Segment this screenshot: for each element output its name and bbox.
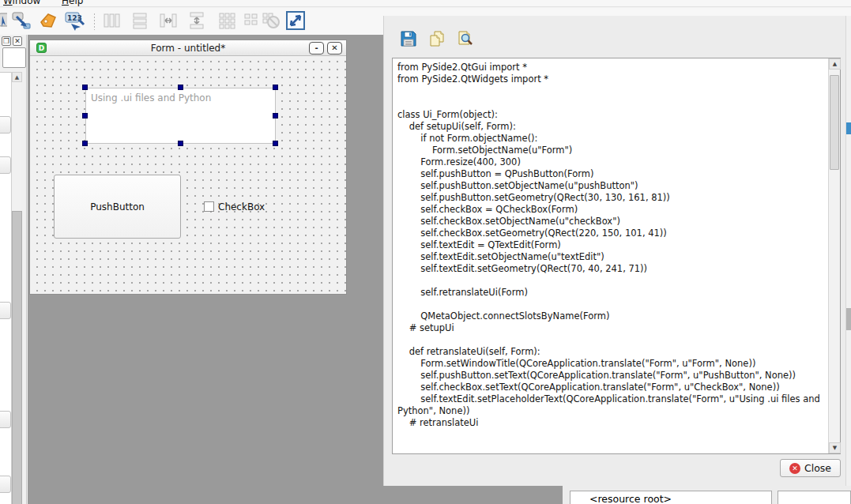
dock-float-icon[interactable]: ❐ xyxy=(2,36,11,46)
scrollbar-fragment xyxy=(846,308,851,330)
selection-handle[interactable] xyxy=(82,85,88,90)
form-layout-icon xyxy=(241,11,260,30)
widget-box-scrollbar[interactable]: ▲ xyxy=(11,72,21,504)
toolbar-separator xyxy=(93,13,96,30)
layout-form-icon[interactable] xyxy=(240,10,261,31)
checkbox-indicator[interactable] xyxy=(204,201,214,212)
widget-box-category[interactable] xyxy=(0,302,11,319)
scroll-up-icon[interactable]: ▲ xyxy=(829,58,841,70)
layout-vertically-icon[interactable] xyxy=(130,10,150,31)
close-button-label: Close xyxy=(804,462,831,474)
edit-tab-order-icon[interactable]: 123 xyxy=(65,10,85,31)
splitter-vertical-icon xyxy=(187,11,206,30)
selection-handle[interactable] xyxy=(273,141,278,146)
break-layout-prohibit-icon xyxy=(262,11,281,30)
edit-widgets-icon[interactable] xyxy=(0,10,8,31)
bottom-dock-strip: <resource root> xyxy=(563,486,851,504)
rows-icon xyxy=(130,11,149,30)
layout-horizontally-icon[interactable] xyxy=(101,10,122,31)
selection-handle[interactable] xyxy=(273,85,278,90)
code-preview-dialog: from PySide2.QtGui import * from PySide2… xyxy=(383,16,845,486)
scroll-up-icon[interactable]: ▲ xyxy=(12,72,22,82)
buddy-tag-icon xyxy=(39,11,58,30)
adjust-size-icon[interactable] xyxy=(285,10,306,31)
scroll-down-icon[interactable]: ▼ xyxy=(829,442,841,453)
minimize-button[interactable]: - xyxy=(309,42,324,55)
copy-button[interactable] xyxy=(427,28,447,49)
widget-box-list xyxy=(0,72,11,504)
edit-signals-slots-icon[interactable] xyxy=(11,10,32,31)
save-button[interactable] xyxy=(398,28,419,49)
widget-box-dock: ❐ ✕ ▲ xyxy=(0,35,27,504)
splitter-horizontal-icon xyxy=(159,11,178,30)
close-window-button[interactable]: ✕ xyxy=(327,42,342,55)
code-view[interactable]: from PySide2.QtGui import * from PySide2… xyxy=(392,58,841,454)
background-panel-sliver xyxy=(845,16,851,486)
widget-filter-input[interactable] xyxy=(2,47,26,68)
code-dialog-toolbar xyxy=(398,28,476,49)
pushbutton-label: PushButton xyxy=(90,201,145,213)
resource-tree-panel[interactable]: <resource root> xyxy=(570,491,772,504)
code-scrollbar[interactable]: ▲ ▼ xyxy=(828,58,840,453)
layout-horizontal-splitter-icon[interactable] xyxy=(158,10,179,31)
generated-python-code[interactable]: from PySide2.QtGui import * from PySide2… xyxy=(393,58,828,453)
form-window-title: Form - untitled* xyxy=(30,43,346,54)
find-button[interactable] xyxy=(455,28,476,49)
columns-icon xyxy=(102,11,121,30)
resize-diagonal-icon xyxy=(285,10,306,31)
resource-side-panel[interactable] xyxy=(778,491,851,504)
checkbox-widget[interactable]: CheckBox xyxy=(204,190,284,223)
selected-row-fragment xyxy=(846,122,851,134)
widget-box-category[interactable] xyxy=(0,156,11,174)
menu-bar: WWindowindow Help xyxy=(0,0,851,7)
layout-vertical-splitter-icon[interactable] xyxy=(186,10,207,31)
grid-icon xyxy=(217,11,236,30)
resource-root-item[interactable]: <resource root> xyxy=(589,493,672,504)
widget-box-category[interactable] xyxy=(0,476,11,493)
widget-box-category[interactable] xyxy=(0,116,11,134)
layout-grid-icon[interactable] xyxy=(217,10,237,31)
scrollbar-thumb[interactable] xyxy=(830,75,839,170)
close-button[interactable]: ✕ Close xyxy=(780,459,841,477)
cursor-icon xyxy=(0,11,7,30)
menu-window[interactable]: WWindowindow xyxy=(3,0,40,6)
textedit-widget[interactable]: Using .ui files and Python xyxy=(85,88,276,144)
selection-handle[interactable] xyxy=(82,141,88,146)
selection-handle[interactable] xyxy=(82,113,88,118)
find-icon xyxy=(457,30,474,47)
selection-handle[interactable] xyxy=(178,85,183,90)
form-editor-window: Form - untitled* D - ✕ Using .ui files a… xyxy=(29,39,347,295)
form-canvas[interactable]: Using .ui files and Python PushButton Ch… xyxy=(30,56,346,294)
edit-buddies-icon[interactable] xyxy=(38,10,58,31)
form-window-titlebar[interactable]: Form - untitled* D - ✕ xyxy=(30,40,346,56)
scrollbar-thumb[interactable] xyxy=(12,211,22,504)
menu-help[interactable]: Help xyxy=(62,0,83,6)
textedit-placeholder: Using .ui files and Python xyxy=(86,88,275,107)
break-layout-icon[interactable] xyxy=(261,10,281,31)
close-red-icon: ✕ xyxy=(789,463,800,474)
tab-order-123-icon: 123 xyxy=(65,10,85,31)
save-icon xyxy=(400,30,417,47)
selection-handle[interactable] xyxy=(273,113,278,118)
dock-close-icon[interactable]: ✕ xyxy=(13,36,22,46)
copy-icon xyxy=(428,30,446,47)
signal-slot-icon xyxy=(12,11,31,30)
mdi-area-bottom xyxy=(383,486,563,504)
checkbox-label: CheckBox xyxy=(218,201,265,213)
widget-box-category[interactable] xyxy=(0,411,11,428)
form-document-icon: D xyxy=(36,43,47,53)
selection-handle[interactable] xyxy=(178,141,183,146)
pushbutton-widget[interactable]: PushButton xyxy=(54,175,181,239)
